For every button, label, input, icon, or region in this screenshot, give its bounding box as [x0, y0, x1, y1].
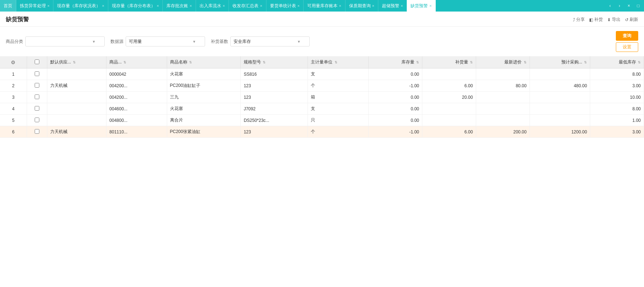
tab-overstock[interactable]: 超储预警 ×: [378, 0, 407, 12]
tab-stock-dist-close[interactable]: ×: [157, 4, 159, 8]
cell-checkbox-2[interactable]: [27, 92, 47, 103]
th-spec[interactable]: 规格型号 ⇅: [241, 56, 308, 69]
th-product-name[interactable]: 商品名称 ⇅: [167, 56, 241, 69]
table-row[interactable]: 4 004600... 火花塞 J7092 支 0.00 8.00: [0, 103, 644, 115]
cell-stock-1: -1.00: [369, 80, 422, 92]
cell-est-purchase-2: [530, 92, 590, 103]
refresh-icon: ↺: [625, 17, 628, 22]
th-stock[interactable]: 库存量 ⇅: [369, 56, 422, 69]
tab-stock-status-close[interactable]: ×: [102, 4, 104, 8]
cell-checkbox-3[interactable]: [27, 103, 47, 115]
tab-demand[interactable]: 要货单统计表 ×: [266, 0, 304, 12]
nav-maximize-btn[interactable]: □: [634, 1, 643, 10]
cell-est-purchase-1: 480.00: [530, 80, 590, 92]
th-min-stock[interactable]: 最低库存 ⇅: [590, 56, 644, 69]
tab-batch-close[interactable]: ×: [190, 4, 192, 8]
cell-unit-5: 个: [308, 126, 369, 138]
tab-flow-close[interactable]: ×: [223, 4, 225, 8]
th-est-purchase-label: 预计采购...: [561, 59, 582, 65]
replenish-base-label: 补货基数: [211, 39, 228, 45]
th-latest-price[interactable]: 最新进价 ⇅: [476, 56, 530, 69]
th-replenish-label: 补货量: [455, 59, 468, 65]
datasource-label: 数据源: [110, 39, 123, 45]
tab-expiry[interactable]: 保质期查询 ×: [345, 0, 378, 12]
th-unit-label: 主计量单位: [311, 59, 332, 65]
share-action[interactable]: ⤴ 分享: [573, 17, 585, 23]
nav-close-btn[interactable]: ×: [625, 1, 633, 10]
tab-expiry-close[interactable]: ×: [372, 4, 374, 8]
refresh-action[interactable]: ↺ 刷新: [625, 17, 638, 23]
category-select[interactable]: ▼: [25, 36, 105, 47]
table-row[interactable]: 5 004800... 离合片 DS250*23c... 只 0.00 1.00: [0, 115, 644, 126]
cell-min-stock-3: 8.00: [590, 103, 644, 115]
row-checkbox-3[interactable]: [35, 106, 39, 111]
cell-unit-2: 箱: [308, 92, 369, 103]
share-icon: ⤴: [573, 17, 575, 22]
row-checkbox-1[interactable]: [35, 83, 39, 88]
tab-picking-close[interactable]: ×: [47, 4, 49, 8]
cell-product-code-3: 004600...: [106, 103, 167, 115]
cell-replenish-2: 20.00: [422, 92, 476, 103]
th-checkbox[interactable]: [27, 56, 47, 69]
tab-overstock-close[interactable]: ×: [401, 4, 403, 8]
tab-summary[interactable]: 收发存汇总表 ×: [229, 0, 266, 12]
share-label: 分享: [576, 17, 585, 23]
th-supplier[interactable]: 默认供应... ⇅: [47, 56, 106, 69]
settings-button[interactable]: 设置: [616, 42, 638, 52]
tab-summary-close[interactable]: ×: [260, 4, 262, 8]
table-row[interactable]: 1 0000042 火花塞 SS816 支 0.00 8.00: [0, 69, 644, 80]
table-row[interactable]: 6 力天机械 801110... PC200张紧油缸 123 个 -1.00 6…: [0, 126, 644, 138]
cell-index-0: 1: [0, 69, 27, 80]
row-checkbox-4[interactable]: [35, 118, 39, 122]
th-replenish[interactable]: 补货量 ⇅: [422, 56, 476, 69]
header-actions: ⤴ 分享 ◧ 补货 ⬇ 导出 ↺ 刷新: [573, 17, 638, 23]
table-row[interactable]: 3 004200... 三九 123 箱 0.00 20.00 10.00: [0, 92, 644, 103]
cell-unit-0: 支: [308, 69, 369, 80]
row-checkbox-5[interactable]: [35, 129, 39, 134]
export-action[interactable]: ⬇ 导出: [607, 17, 621, 23]
tab-flow[interactable]: 出入库流水 ×: [196, 0, 229, 12]
th-gear[interactable]: ⚙: [0, 56, 27, 69]
cell-supplier-2: [47, 92, 106, 103]
tab-home[interactable]: 首页: [0, 0, 16, 12]
tab-shortage-close[interactable]: ×: [429, 4, 431, 8]
tab-batch[interactable]: 库存批次账 ×: [163, 0, 196, 12]
row-checkbox-0[interactable]: [35, 71, 39, 76]
cell-min-stock-0: 8.00: [590, 69, 644, 80]
row-checkbox-2[interactable]: [35, 94, 39, 99]
th-unit[interactable]: 主计量单位 ⇅: [308, 56, 369, 69]
tab-picking[interactable]: 拣货异常处理 ×: [16, 0, 53, 12]
cell-checkbox-0[interactable]: [27, 69, 47, 80]
refresh-label: 刷新: [630, 17, 638, 23]
select-all-checkbox[interactable]: [35, 59, 39, 64]
query-button[interactable]: 查询: [616, 31, 638, 41]
replenish-base-select[interactable]: 安全库存 ▼: [230, 36, 310, 47]
th-est-purchase[interactable]: 预计采购... ⇅: [530, 56, 590, 69]
cell-replenish-4: [422, 115, 476, 126]
nav-prev-btn[interactable]: ‹: [606, 1, 614, 10]
datasource-select[interactable]: 可用量 ▼: [126, 36, 205, 47]
cell-checkbox-1[interactable]: [27, 80, 47, 92]
datasource-filter-group: 数据源 可用量 ▼: [110, 36, 205, 47]
th-product-name-sort: ⇅: [189, 61, 192, 64]
nav-next-btn[interactable]: ›: [615, 1, 624, 10]
cell-replenish-0: [422, 69, 476, 80]
column-settings-icon[interactable]: ⚙: [11, 59, 16, 65]
tab-stock-dist[interactable]: 现存量（库存分布表） ×: [108, 0, 163, 12]
tab-shortage[interactable]: 缺货预警 ×: [407, 0, 435, 12]
cell-min-stock-5: 3.00: [590, 126, 644, 138]
tab-available[interactable]: 可用量库存账本 ×: [304, 0, 345, 12]
replenish-action[interactable]: ◧ 补货: [589, 17, 603, 23]
tab-demand-close[interactable]: ×: [297, 4, 300, 8]
th-product-code[interactable]: 商品... ⇅: [106, 56, 167, 69]
cell-index-2: 3: [0, 92, 27, 103]
table-row[interactable]: 2 力天机械 004200... PC200油缸缸子 123 个 -1.00 6…: [0, 80, 644, 92]
cell-checkbox-4[interactable]: [27, 115, 47, 126]
tab-stock-status[interactable]: 现存量（库存状况表） ×: [53, 0, 108, 12]
cell-product-name-5: PC200张紧油缸: [167, 126, 241, 138]
cell-latest-price-5: 200.00: [476, 126, 530, 138]
tab-available-close[interactable]: ×: [339, 4, 341, 8]
cell-supplier-5: 力天机械: [47, 126, 106, 138]
cell-checkbox-5[interactable]: [27, 126, 47, 138]
cell-stock-0: 0.00: [369, 69, 422, 80]
